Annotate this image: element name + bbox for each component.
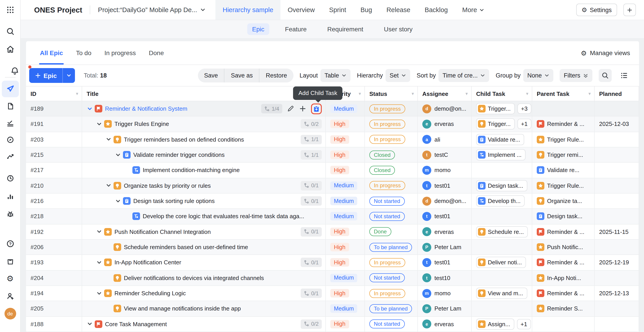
cell-priority[interactable]: Medium (326, 178, 365, 193)
add-child-task-button[interactable] (311, 103, 322, 114)
save-as-button[interactable]: Save as (224, 69, 259, 82)
add-icon[interactable] (299, 105, 306, 113)
cell-status[interactable]: Not started (365, 317, 418, 332)
parent-task-link[interactable]: Reminder S... (537, 305, 583, 313)
cell-priority[interactable]: High (326, 240, 365, 255)
column-filter-icon[interactable]: ▾ (466, 91, 468, 96)
tree-collapse-toggle[interactable] (114, 198, 121, 204)
cell-status[interactable]: In progress (365, 286, 418, 301)
add-button[interactable] (299, 105, 306, 113)
layout-select[interactable]: Table (320, 69, 351, 82)
column-header-id[interactable]: ID▾ (26, 86, 82, 101)
column-header-status[interactable]: Status▾ (365, 86, 418, 101)
tree-collapse-toggle[interactable] (96, 121, 102, 127)
cell-status[interactable]: Not started (365, 270, 418, 285)
cell-assignee[interactable]: ttest10 (418, 270, 472, 285)
cell-priority[interactable]: Medium (326, 301, 365, 316)
issue-title-link[interactable]: Validate reminder trigger conditions (133, 152, 224, 158)
issue-title-link[interactable]: Deliver notifications to devices via int… (124, 275, 264, 281)
cell-assignee[interactable]: ttest01 (418, 178, 472, 193)
column-filter-icon[interactable]: ▾ (76, 91, 78, 96)
view-tab-in-progress[interactable]: In progress (104, 41, 136, 64)
tree-collapse-toggle[interactable] (86, 106, 93, 111)
column-filter-icon[interactable]: ▾ (412, 91, 414, 96)
cell-status[interactable]: To be planned (365, 240, 418, 255)
cell-status[interactable]: In progress (365, 117, 418, 132)
cell-priority[interactable]: Medium (326, 101, 365, 116)
cell-assignee[interactable]: eerveras (418, 224, 472, 239)
column-filter-icon[interactable]: ▾ (526, 91, 528, 96)
hierarchy-select[interactable]: Set (386, 69, 410, 82)
cell-priority[interactable]: High (326, 286, 365, 301)
child-task-chip[interactable]: Assign... (476, 319, 514, 330)
tab-sprint[interactable]: Sprint (322, 0, 354, 20)
cell-status[interactable]: In progress (365, 255, 418, 270)
sidebar-item-time-icon[interactable] (6, 174, 14, 182)
create-epic-button[interactable]: Epic (29, 68, 75, 83)
child-task-chip[interactable]: View and m... (476, 288, 527, 299)
view-tab-todo[interactable]: To do (76, 41, 92, 64)
parent-task-link[interactable]: Validate re... (537, 166, 580, 174)
issue-title-link[interactable]: In-App Notification Center (114, 259, 181, 266)
child-task-more-badge[interactable]: +1 (517, 319, 531, 329)
cell-status[interactable]: Closed (365, 148, 418, 163)
tree-collapse-toggle[interactable] (114, 152, 121, 158)
cell-priority[interactable]: High (326, 148, 365, 163)
parent-task-link[interactable]: Reminder & ... (537, 228, 584, 236)
parent-task-link[interactable]: Reminder & ... (537, 259, 584, 266)
sidebar-item-pipeline-icon[interactable] (6, 152, 14, 161)
cell-assignee[interactable]: aali (418, 132, 472, 147)
cell-assignee[interactable]: ttestC (418, 148, 472, 163)
invite-user-icon[interactable] (6, 292, 14, 300)
cell-status[interactable]: Closed (365, 163, 418, 178)
parent-task-link[interactable]: Design task... (537, 213, 582, 220)
cell-status[interactable]: Not started (365, 209, 418, 224)
tree-collapse-toggle[interactable] (105, 183, 112, 188)
child-task-chip[interactable]: Trigger... (476, 119, 515, 130)
child-task-more-badge[interactable]: +1 (518, 119, 531, 129)
cell-priority[interactable]: High (326, 317, 365, 332)
view-tab-done[interactable]: Done (149, 41, 164, 64)
apps-grid-icon[interactable] (6, 6, 14, 14)
column-header-assignee[interactable]: Assignee▾ (418, 86, 472, 101)
cell-assignee[interactable]: PPeter Lam (418, 240, 472, 255)
column-filter-icon[interactable]: ▾ (359, 91, 361, 96)
sidebar-item-reports-icon[interactable] (6, 192, 14, 200)
cell-assignee[interactable]: ttest01 (418, 209, 472, 224)
user-avatar[interactable]: de (4, 308, 16, 320)
project-selector[interactable]: Project:“DailyGo” Mobile App De... (98, 6, 206, 13)
cell-priority[interactable]: High (326, 255, 365, 270)
tab-more[interactable]: More (455, 0, 492, 20)
search-icon[interactable] (6, 27, 14, 36)
cell-assignee[interactable]: mmomo (418, 286, 472, 301)
parent-task-link[interactable]: Push Notific... (537, 243, 583, 251)
tab-requirement[interactable]: Requirement (322, 23, 368, 35)
cell-priority[interactable]: Medium (326, 270, 365, 285)
cell-priority[interactable]: High (326, 117, 365, 132)
child-task-chip[interactable]: Trigger... (476, 103, 515, 114)
tree-collapse-toggle[interactable] (105, 137, 112, 142)
parent-task-link[interactable]: Organize ta... (537, 197, 582, 205)
settings-gear-icon[interactable]: ⚙ (6, 275, 14, 283)
issue-title-link[interactable]: Core Task Management (105, 321, 167, 328)
cell-status[interactable]: In progress (365, 101, 418, 116)
column-header-parent-task[interactable]: Parent Task▾ (532, 86, 595, 101)
tab-release[interactable]: Release (379, 0, 417, 20)
tree-collapse-toggle[interactable] (96, 291, 102, 296)
view-tab-all-epic[interactable]: All Epic (40, 41, 63, 64)
issue-title-link[interactable]: Reminder & Notification System (105, 105, 187, 112)
tab-epic[interactable]: Epic (247, 23, 269, 35)
settings-button[interactable]: ⚙ Settings (576, 3, 617, 16)
column-filter-icon[interactable]: ▾ (588, 91, 590, 96)
cell-priority[interactable]: Medium (326, 209, 365, 224)
cell-status[interactable]: In progress (365, 178, 418, 193)
parent-task-link[interactable]: Trigger Rule... (537, 136, 584, 143)
issue-title-link[interactable]: Trigger reminders based on defined condi… (124, 136, 244, 143)
search-button[interactable] (599, 69, 612, 82)
list-view-button[interactable] (618, 69, 630, 82)
sidebar-item-okr-icon[interactable] (6, 136, 14, 144)
save-button[interactable]: Save (198, 69, 224, 82)
sidebar-item-wiki-icon[interactable] (6, 102, 14, 110)
cell-priority[interactable]: High (326, 163, 365, 178)
tab-bug[interactable]: Bug (354, 0, 380, 20)
